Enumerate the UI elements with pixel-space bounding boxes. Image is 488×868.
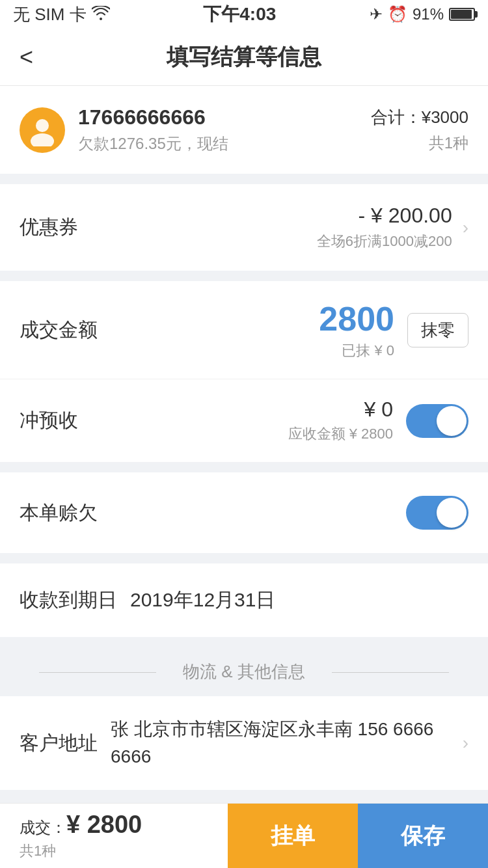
precollect-row: 冲预收 ¥ 0 应收金额 ¥ 2800 <box>0 379 488 462</box>
amount-value-col: 2800 已抹 ¥ 0 <box>319 299 394 360</box>
battery-icon <box>449 8 475 21</box>
hold-button[interactable]: 挂单 <box>228 804 358 868</box>
status-right: ✈ ⏰ 91% <box>370 5 475 23</box>
address-value: 张 北京市市辖区海淀区永丰南 156 6666 6666 <box>111 716 463 770</box>
toggle-thumb <box>437 406 467 436</box>
amount-sub: 已抹 ¥ 0 <box>319 341 394 360</box>
coupon-value: - ¥ 200.00 <box>317 204 452 228</box>
battery-percent: 91% <box>413 5 444 23</box>
address-row[interactable]: 客户地址 张 北京市市辖区海淀区永丰南 156 6666 6666 › <box>0 696 488 790</box>
customer-sub: 欠款1276.35元，现结 <box>78 133 228 154</box>
page-title: 填写结算等信息 <box>167 42 321 72</box>
amount-right: 2800 已抹 ¥ 0 抹零 <box>319 299 468 360</box>
customer-phone: 17666666666 <box>78 105 228 129</box>
alarm-icon: ⏰ <box>388 5 407 23</box>
precollect-label: 冲预收 <box>20 407 78 434</box>
chevron-right-icon: › <box>463 217 468 238</box>
no-sim-text: 无 SIM 卡 <box>13 3 87 26</box>
total-label: 合计：¥3000 <box>371 106 468 129</box>
content: 17666666666 欠款1276.35元，现结 合计：¥3000 共1种 优… <box>0 86 488 868</box>
summary-count: 共1种 <box>20 841 208 861</box>
coupon-row[interactable]: 优惠券 - ¥ 200.00 全场6折满1000减200 › <box>0 184 488 271</box>
duedate-value: 2019年12月31日 <box>130 587 275 614</box>
coupon-section: 优惠券 - ¥ 200.00 全场6折满1000减200 › <box>0 184 488 271</box>
save-button[interactable]: 保存 <box>358 804 488 868</box>
debit-row: 本单赊欠 <box>0 472 488 553</box>
back-button[interactable]: < <box>20 44 33 71</box>
amount-value: 2800 <box>319 299 394 338</box>
debit-label: 本单赊欠 <box>20 500 98 526</box>
precollect-toggle[interactable] <box>406 404 468 438</box>
amount-row: 成交金额 2800 已抹 ¥ 0 抹零 <box>0 281 488 379</box>
summary-amount: ¥ 2800 <box>66 811 142 838</box>
summary-prefix: 成交： <box>20 819 66 836</box>
debit-toggle[interactable] <box>406 496 468 530</box>
coupon-label: 优惠券 <box>20 214 78 241</box>
precollect-right: ¥ 0 应收金额 ¥ 2800 <box>288 398 468 444</box>
duedate-row: 收款到期日 2019年12月31日 <box>0 563 488 637</box>
debit-toggle-thumb <box>437 498 467 528</box>
svg-point-0 <box>36 119 49 132</box>
bottom-summary-main: 成交：¥ 2800 <box>20 811 208 839</box>
debit-section: 本单赊欠 <box>0 472 488 553</box>
nav-bar: < 填写结算等信息 <box>0 29 488 86</box>
total-count: 共1种 <box>371 133 468 154</box>
divider-label: 物流 & 其他信息 <box>0 647 488 696</box>
customer-card: 17666666666 欠款1276.35元，现结 合计：¥3000 共1种 <box>0 86 488 174</box>
precollect-values: ¥ 0 应收金额 ¥ 2800 <box>288 398 393 444</box>
status-bar: 无 SIM 卡 下午4:03 ✈ ⏰ 91% <box>0 0 488 29</box>
coupon-value-col: - ¥ 200.00 全场6折满1000减200 <box>317 204 452 251</box>
bottom-bar: 成交：¥ 2800 共1种 挂单 保存 <box>0 803 488 868</box>
customer-info: 17666666666 欠款1276.35元，现结 <box>78 105 228 154</box>
customer-left: 17666666666 欠款1276.35元，现结 <box>20 105 228 154</box>
divider-text: 物流 & 其他信息 <box>183 662 305 681</box>
customer-right: 合计：¥3000 共1种 <box>371 106 468 154</box>
avatar <box>20 107 65 153</box>
coupon-desc: 全场6折满1000减200 <box>317 232 452 251</box>
duedate-section: 收款到期日 2019年12月31日 <box>0 563 488 637</box>
bottom-summary: 成交：¥ 2800 共1种 <box>0 804 228 868</box>
precollect-amount: ¥ 0 <box>288 398 393 422</box>
coupon-right: - ¥ 200.00 全场6折满1000减200 › <box>317 204 468 251</box>
svg-point-1 <box>31 133 54 146</box>
amount-section: 成交金额 2800 已抹 ¥ 0 抹零 冲预收 ¥ 0 应收金额 ¥ 2800 <box>0 281 488 462</box>
round-button[interactable]: 抹零 <box>407 313 468 347</box>
wifi-icon <box>92 5 110 25</box>
status-time: 下午4:03 <box>203 2 276 27</box>
location-icon: ✈ <box>370 5 383 23</box>
address-section: 客户地址 张 北京市市辖区海淀区永丰南 156 6666 6666 › <box>0 696 488 790</box>
status-left: 无 SIM 卡 <box>13 3 110 26</box>
precollect-sub: 应收金额 ¥ 2800 <box>288 424 393 444</box>
amount-label: 成交金额 <box>20 317 98 344</box>
address-label: 客户地址 <box>20 730 98 757</box>
address-chevron-icon: › <box>463 733 468 753</box>
duedate-label: 收款到期日 <box>20 587 117 614</box>
